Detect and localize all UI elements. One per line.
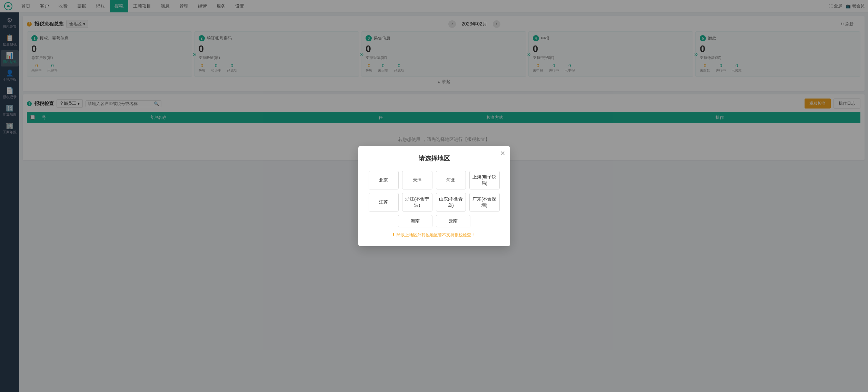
modal-warning: ℹ 除以上地区外其他地区暂不支持报税检查！ <box>369 232 500 238</box>
region-grid-row2: 江苏 浙江(不含宁波) 山东(不含青岛) 广东(不含深圳) <box>369 193 500 212</box>
region-btn-beijing[interactable]: 北京 <box>369 171 399 189</box>
region-grid-row1: 北京 天津 河北 上海(电子税局) <box>369 171 500 189</box>
modal-title: 请选择地区 <box>369 154 500 163</box>
region-btn-hebei[interactable]: 河北 <box>436 171 466 189</box>
modal-close-btn[interactable]: ✕ <box>500 150 505 156</box>
region-btn-zhejiang[interactable]: 浙江(不含宁波) <box>402 193 432 212</box>
region-btn-shanghai[interactable]: 上海(电子税局) <box>469 171 500 189</box>
region-btn-shandong[interactable]: 山东(不含青岛) <box>436 193 466 212</box>
region-select-modal: ✕ 请选择地区 北京 天津 河北 上海(电子税局) 江苏 浙江(不含宁波) 山东… <box>358 146 510 246</box>
region-btn-tianjin[interactable]: 天津 <box>402 171 432 189</box>
warning-text: 除以上地区外其他地区暂不支持报税检查！ <box>397 232 475 238</box>
modal-overlay[interactable]: ✕ 请选择地区 北京 天津 河北 上海(电子税局) 江苏 浙江(不含宁波) 山东… <box>0 0 868 392</box>
region-btn-guangdong[interactable]: 广东(不含深圳) <box>469 193 500 212</box>
region-btn-jiangsu[interactable]: 江苏 <box>369 193 399 212</box>
region-grid-row3: 海南 云南 <box>369 215 500 227</box>
region-btn-yunnan[interactable]: 云南 <box>436 215 470 227</box>
region-btn-hainan[interactable]: 海南 <box>398 215 432 227</box>
warning-icon: ℹ <box>393 233 395 237</box>
